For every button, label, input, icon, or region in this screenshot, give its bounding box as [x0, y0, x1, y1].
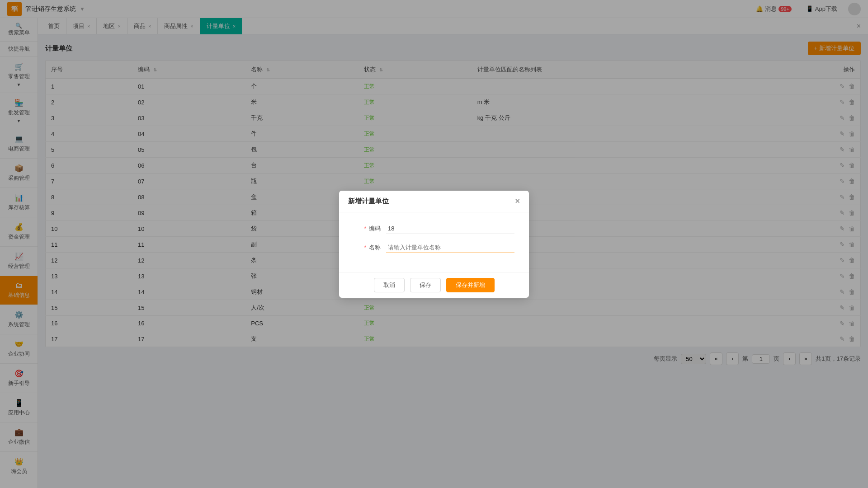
- cancel-button[interactable]: 取消: [374, 278, 405, 292]
- name-required: *: [364, 244, 366, 251]
- name-input[interactable]: [386, 242, 514, 253]
- save-button[interactable]: 保存: [410, 278, 441, 292]
- form-row-name: * 名称: [354, 242, 514, 253]
- add-unit-modal: 新增计量单位 × * 编码 * 名称 取消 保存 保存并新增: [339, 191, 529, 298]
- modal-overlay[interactable]: 新增计量单位 × * 编码 * 名称 取消 保存 保存并新增: [0, 0, 868, 488]
- code-input[interactable]: [386, 223, 514, 234]
- modal-body: * 编码 * 名称: [339, 212, 529, 272]
- save-and-new-button[interactable]: 保存并新增: [446, 278, 495, 292]
- form-row-code: * 编码: [354, 223, 514, 234]
- modal-title: 新增计量单位: [348, 197, 389, 206]
- name-label: * 名称: [354, 244, 381, 252]
- modal-footer: 取消 保存 保存并新增: [339, 272, 529, 298]
- modal-close-button[interactable]: ×: [515, 197, 520, 205]
- code-required: *: [364, 225, 366, 232]
- code-label: * 编码: [354, 225, 381, 233]
- modal-header: 新增计量单位 ×: [339, 191, 529, 212]
